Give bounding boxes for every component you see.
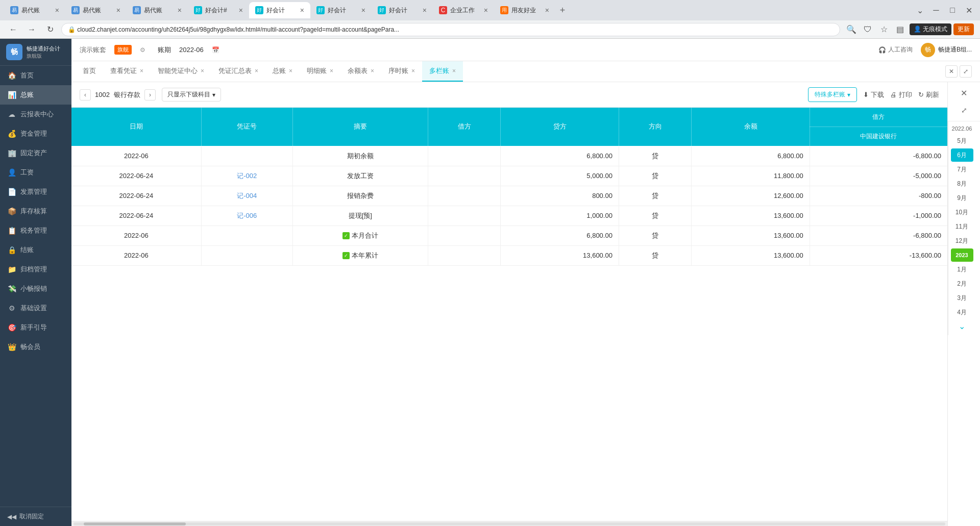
sidebar-item-home[interactable]: 🏠 首页 — [0, 66, 71, 85]
tab-voucher-view-close[interactable]: × — [140, 67, 143, 74]
tab-general-ledger-close[interactable]: × — [289, 67, 292, 74]
sidebar-item-invoices[interactable]: 📄 发票管理 — [0, 182, 71, 202]
tab-balance[interactable]: 余额表 × — [340, 61, 381, 82]
download-button[interactable]: ⬇ 下载 — [863, 90, 884, 99]
filter-dropdown[interactable]: 只显示下级科目 ▾ — [162, 88, 221, 102]
sidebar-item-archive[interactable]: 📁 归档管理 — [0, 260, 71, 279]
tab-multi-col[interactable]: 多栏账 × — [422, 61, 463, 82]
month-december[interactable]: 12月 — [951, 234, 973, 247]
month-november[interactable]: 11月 — [951, 220, 973, 233]
horizontal-scrollbar[interactable] — [71, 521, 947, 526]
browser-tab-4[interactable]: 好 好会计# × — [188, 2, 249, 18]
month-september[interactable]: 9月 — [951, 191, 973, 205]
tab-detail-ledger[interactable]: 明细账 × — [300, 61, 340, 82]
month-august[interactable]: 8月 — [951, 177, 973, 190]
tab-smart-voucher-close[interactable]: × — [201, 67, 204, 74]
table-cell[interactable]: 记-006 — [201, 206, 292, 226]
browser-tab-8[interactable]: C 企业工作 × — [433, 2, 494, 18]
table-cell[interactable] — [201, 146, 292, 166]
tab-voucher-summary-close[interactable]: × — [255, 67, 258, 74]
next-account-button[interactable]: › — [144, 89, 156, 101]
tab-close-5[interactable]: × — [300, 6, 304, 14]
close-button[interactable]: ✕ — [962, 3, 976, 17]
tab-multi-col-close[interactable]: × — [452, 67, 456, 74]
tab-detail-ledger-close[interactable]: × — [330, 67, 333, 74]
close-panel-button[interactable]: ✕ — [957, 85, 972, 101]
collapse-button[interactable]: ✕ — [945, 65, 958, 78]
browser-tab-2[interactable]: 易 易代账 × — [65, 2, 127, 18]
sidebar-item-salary[interactable]: 👤 工资 — [0, 163, 71, 182]
tab-list-button[interactable]: ⌄ — [913, 3, 927, 17]
month-apr-2023[interactable]: 4月 — [951, 306, 973, 319]
minimize-button[interactable]: ─ — [929, 3, 943, 17]
sidebar-item-tax[interactable]: 📋 税务管理 — [0, 221, 71, 240]
tab-voucher-view[interactable]: 查看凭证 × — [103, 61, 151, 82]
expand-panel-button[interactable]: ⤢ — [957, 103, 972, 118]
tab-balance-close[interactable]: × — [371, 67, 374, 74]
reload-button[interactable]: ↻ — [43, 22, 57, 37]
sidebar-item-inventory[interactable]: 📦 库存核算 — [0, 202, 71, 221]
tab-close-3[interactable]: × — [178, 6, 182, 14]
sidebar-item-ledger[interactable]: 📊 总账 — [0, 85, 71, 105]
table-cell[interactable] — [201, 245, 292, 265]
tab-close-9[interactable]: × — [545, 6, 549, 14]
tab-home[interactable]: 首页 — [76, 61, 103, 82]
table-cell[interactable] — [201, 226, 292, 245]
forward-button[interactable]: → — [24, 22, 39, 37]
pin-button[interactable]: ◀◀ 取消固定 — [0, 507, 71, 526]
refresh-button[interactable]: ↻ 刷新 — [918, 90, 939, 99]
month-may[interactable]: 5月 — [951, 134, 973, 147]
print-button[interactable]: 🖨 打印 — [890, 90, 912, 99]
browser-tab-7[interactable]: 好 好会计 × — [372, 2, 433, 18]
tab-close-8[interactable]: × — [484, 6, 488, 14]
tab-close-2[interactable]: × — [116, 6, 120, 14]
sidebar-button[interactable]: ▤ — [893, 22, 908, 37]
browser-tab-5[interactable]: 好 好会计 × — [249, 2, 310, 18]
address-bar[interactable]: 🔒 cloud2.chanjet.com/accounting/uh26t264… — [61, 23, 840, 36]
back-button[interactable]: ← — [6, 22, 20, 37]
month-nav-down[interactable]: ⌄ — [957, 319, 967, 333]
shield-button[interactable]: 🛡 — [861, 22, 875, 37]
multi-col-button[interactable]: 特殊多栏账 ▾ — [808, 87, 857, 102]
tab-sequence-ledger-close[interactable]: × — [411, 67, 415, 74]
browser-tab-9[interactable]: 用 用友好业 × — [494, 2, 555, 18]
browser-tab-6[interactable]: 好 好会计 × — [310, 2, 372, 18]
sidebar-item-funds[interactable]: 💰 资金管理 — [0, 124, 71, 143]
month-october[interactable]: 10月 — [951, 206, 973, 219]
month-jan-2023[interactable]: 1月 — [951, 263, 973, 276]
expand-button[interactable]: ⤢ — [960, 65, 972, 78]
hscroll-thumb[interactable] — [84, 522, 186, 525]
month-july[interactable]: 7月 — [951, 163, 973, 176]
sidebar-item-close[interactable]: 🔒 结账 — [0, 240, 71, 260]
prev-account-button[interactable]: ‹ — [80, 89, 91, 101]
tab-general-ledger[interactable]: 总账 × — [265, 61, 300, 82]
browser-tab-3[interactable]: 易 易代账 × — [127, 2, 188, 18]
year-2023-badge[interactable]: 2023 — [951, 248, 973, 262]
calendar-icon[interactable]: 📅 — [212, 46, 219, 54]
table-cell[interactable]: 记-004 — [201, 186, 292, 206]
sidebar-item-reports[interactable]: ☁ 云报表中心 — [0, 105, 71, 124]
month-june[interactable]: 6月 — [951, 148, 973, 162]
account-badge[interactable]: 旗舰 — [114, 45, 132, 55]
month-mar-2023[interactable]: 3月 — [951, 291, 973, 305]
browser-tab-1[interactable]: 易 易代账 × — [4, 2, 65, 18]
sidebar-item-assets[interactable]: 🏢 固定资产 — [0, 143, 71, 163]
tab-close-1[interactable]: × — [55, 6, 59, 14]
table-cell[interactable]: 记-002 — [201, 166, 292, 186]
star-button[interactable]: ☆ — [877, 22, 891, 37]
wuhen-mode-button[interactable]: 👤 无痕模式 — [910, 23, 951, 35]
tab-close-7[interactable]: × — [423, 6, 427, 14]
consult-button[interactable]: 🎧 人工咨询 — [878, 45, 913, 54]
new-tab-button[interactable]: + — [555, 3, 570, 17]
tab-sequence-ledger[interactable]: 序时账 × — [381, 61, 422, 82]
sidebar-item-xiaochang[interactable]: 💸 小畅报销 — [0, 279, 71, 298]
sidebar-item-settings[interactable]: ⚙ 基础设置 — [0, 298, 71, 318]
search-button[interactable]: 🔍 — [844, 22, 859, 37]
month-feb-2023[interactable]: 2月 — [951, 277, 973, 290]
tab-close-4[interactable]: × — [239, 6, 243, 14]
tab-close-6[interactable]: × — [361, 6, 365, 14]
tab-voucher-summary[interactable]: 凭证汇总表 × — [211, 61, 265, 82]
sidebar-item-member[interactable]: 👑 畅会员 — [0, 337, 71, 357]
tab-smart-voucher[interactable]: 智能凭证中心 × — [151, 61, 211, 82]
update-button[interactable]: 更新 — [953, 23, 974, 35]
